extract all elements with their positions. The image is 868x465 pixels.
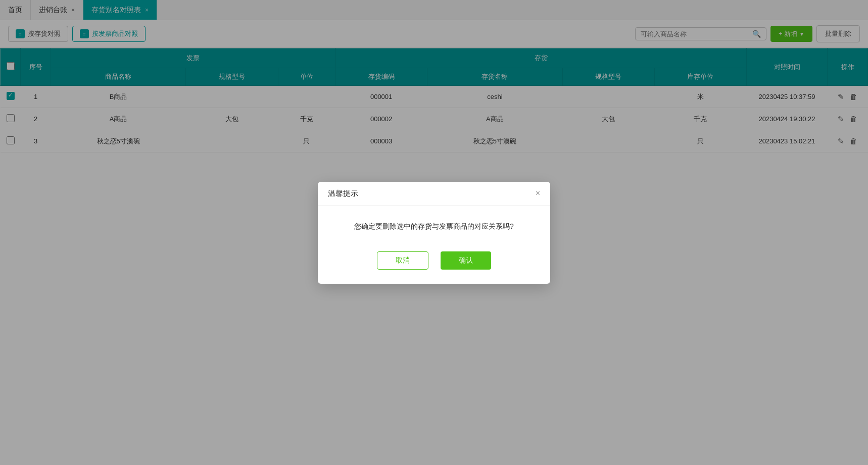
- dialog-message: 您确定要删除选中的存货与发票商品的对应关系吗?: [354, 222, 514, 230]
- btn-cancel[interactable]: 取消: [377, 251, 428, 270]
- overlay: 温馨提示 × 您确定要删除选中的存货与发票商品的对应关系吗? 取消 确认: [0, 0, 868, 465]
- dialog: 温馨提示 × 您确定要删除选中的存货与发票商品的对应关系吗? 取消 确认: [318, 182, 550, 284]
- dialog-header: 温馨提示 ×: [318, 182, 550, 206]
- dialog-close-icon[interactable]: ×: [536, 189, 540, 198]
- dialog-body: 您确定要删除选中的存货与发票商品的对应关系吗?: [318, 206, 550, 243]
- dialog-footer: 取消 确认: [318, 243, 550, 284]
- btn-confirm[interactable]: 确认: [441, 251, 491, 270]
- dialog-title: 温馨提示: [328, 189, 358, 198]
